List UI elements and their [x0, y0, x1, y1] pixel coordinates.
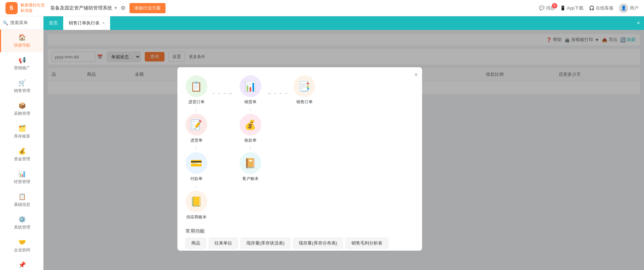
tab-close-icon[interactable]: ×: [102, 21, 105, 25]
purchase-icon: 📦: [18, 102, 26, 109]
modal-close-button[interactable]: ×: [414, 71, 418, 78]
tab-bar: 首页 销售订单执行表 × ×: [43, 16, 644, 30]
func-buttons-row1: 商品 往来单位 现存量(库存状况表) 现存量(库存分布表) 销售毛利分析表 商品…: [186, 238, 414, 251]
messages-button[interactable]: 💬 消息 6: [539, 5, 555, 11]
flow-node-supplier-ledger[interactable]: 📒 供应商账本: [186, 191, 207, 220]
collab-icon: 🤝: [18, 238, 26, 246]
sidebar-item-system[interactable]: ⚙️ 系统管理: [0, 212, 43, 234]
supplier-ledger-circle: 📒: [186, 191, 207, 212]
flow-node-customer-ledger[interactable]: 📔 客户账本: [240, 152, 261, 182]
arrow-down-4: ↓: [249, 106, 252, 112]
sidebar-item-operations[interactable]: 📊 经营管理: [0, 166, 43, 189]
customer-ledger-label: 客户账本: [242, 176, 259, 182]
supplier-ledger-icon: 📒: [190, 196, 202, 207]
trial-button[interactable]: 体验行业方案: [129, 3, 166, 13]
logo-area: 6 畅康通好生意 标准版: [5, 2, 45, 14]
receipt-label: 收款单: [244, 138, 257, 143]
dropdown-icon[interactable]: ▼: [114, 5, 118, 11]
purchase-order-icon: 📋: [190, 81, 202, 92]
sidebar-item-sales[interactable]: 🛒 销售管理: [0, 75, 43, 98]
receipt-circle: 💰: [240, 114, 261, 136]
sidebar-item-marketing[interactable]: 📢 营销推广: [0, 52, 43, 75]
top-right-area: 💬 消息 6 📱 App下载 🎧 在线客服 👤 用户: [539, 3, 639, 13]
func-btn-stock-dist[interactable]: 现存量(库存分布表): [293, 238, 343, 249]
sales-bill-circle: 📊: [240, 75, 261, 97]
sales-order-label: 销售订单: [296, 99, 313, 105]
sales-bill-label: 销货单: [244, 99, 257, 105]
tab-home[interactable]: 首页: [43, 16, 63, 30]
quick-nav-modal: × 📋 进货订单: [177, 67, 422, 251]
app-download-button[interactable]: 📱 App下载: [560, 5, 584, 11]
h-arrow-2: ←- - -: [267, 82, 288, 104]
settings-icon[interactable]: ⚙: [121, 5, 125, 11]
sidebar-item-quick-nav[interactable]: 🏠 快捷导航: [0, 30, 43, 52]
sales-order-circle: 📑: [294, 75, 315, 97]
receipt-icon: 💰: [244, 119, 256, 130]
func-btn-product[interactable]: 商品: [186, 238, 206, 249]
tab-sales-order[interactable]: 销售订单执行表 ×: [63, 16, 110, 30]
avatar: 👤: [619, 3, 628, 13]
flow-node-receipt[interactable]: 💰 收款单: [240, 114, 261, 143]
tabbar-close-button[interactable]: ×: [637, 20, 640, 26]
sidebar-search[interactable]: 🔍 搜索菜单: [0, 16, 43, 30]
logo-char: 6: [10, 4, 13, 12]
h-arrow-1: - - -→: [213, 82, 234, 104]
arrow-down-5: ↓: [249, 145, 252, 151]
sidebar-item-inventory[interactable]: 🗂️ 库存核算: [0, 121, 43, 143]
user-menu[interactable]: 👤 用户: [619, 3, 639, 13]
top-bar: 6 畅康通好生意 标准版 装备及固定资产辅助管理系统 ▼ ⚙ 体验行业方案 💬 …: [0, 0, 644, 16]
sidebar-item-collab[interactable]: 🤝 企业协同: [0, 234, 43, 257]
arrow-down-3: ↓: [195, 183, 198, 189]
system-title: 装备及固定资产辅助管理系统: [50, 5, 112, 11]
messages-badge: 6: [552, 3, 557, 8]
purchase-order-circle: 📋: [186, 75, 207, 97]
func-btn-partner[interactable]: 往来单位: [209, 238, 238, 249]
online-service-button[interactable]: 🎧 在线客服: [589, 5, 613, 11]
logo-text: 畅康通好生意 标准版: [20, 3, 45, 13]
sidebar-item-purchase[interactable]: 📦 采购管理: [0, 98, 43, 121]
marketing-icon: 📢: [18, 56, 26, 64]
customer-ledger-icon: 📔: [244, 158, 256, 169]
modal-overlay: × 📋 进货订单: [43, 30, 644, 270]
system-icon: ⚙️: [18, 216, 26, 223]
sales-icon: 🛒: [18, 79, 26, 87]
customer-ledger-circle: 📔: [240, 152, 261, 174]
common-func-title: 常用功能: [186, 228, 414, 234]
operations-icon: 📊: [18, 170, 26, 178]
download-icon: 📱: [560, 5, 565, 11]
flow-node-payment[interactable]: 💳 付款单: [186, 152, 207, 182]
right-arrow-area: ←- - -: [267, 75, 288, 104]
sidebar-item-newbie[interactable]: 📌 新手引导: [0, 257, 43, 270]
flow-node-purchase-bill[interactable]: 📝 进货单: [186, 114, 207, 143]
logo-icon: 6: [5, 2, 18, 14]
arrow-down-1: ↓: [195, 106, 198, 112]
flow-node-sales-order[interactable]: 📑 销售订单: [294, 75, 315, 105]
common-functions-section: 常用功能 商品 往来单位 现存量(库存状况表) 现存量(库存分布表) 销售毛利分…: [186, 228, 414, 251]
purchase-bill-circle: 📝: [186, 114, 207, 136]
home-icon: 🏠: [18, 34, 26, 41]
payment-label: 付款单: [190, 176, 203, 182]
purchase-bill-icon: 📝: [190, 119, 202, 130]
func-btn-stock-status[interactable]: 现存量(库存状况表): [241, 238, 291, 249]
search-icon: 🔍: [3, 20, 8, 25]
content-area: 首页 销售订单执行表 × × ❓ 帮助 🖨️: [43, 16, 644, 270]
flow-node-purchase-order[interactable]: 📋 进货订单: [186, 75, 207, 105]
flow-node-sales-bill[interactable]: 📊 销货单: [240, 75, 261, 105]
payment-circle: 💳: [186, 152, 207, 174]
payment-icon: 💳: [190, 158, 202, 169]
func-btn-sales-margin[interactable]: 销售毛利分析表: [346, 238, 388, 249]
inventory-icon: 🗂️: [18, 125, 26, 132]
sidebar-item-basic-info[interactable]: 📋 基础信息: [0, 189, 43, 212]
service-icon: 🎧: [589, 5, 594, 11]
arrow-down-2: ↓: [195, 145, 198, 151]
supplier-ledger-label: 供应商账本: [186, 214, 207, 220]
sidebar: 🔍 搜索菜单 🏠 快捷导航 📢 营销推广 🛒 销售管理 📦 采购管理 🗂️: [0, 16, 43, 270]
purchase-bill-label: 进货单: [190, 138, 203, 143]
sales-bill-icon: 📊: [244, 81, 256, 92]
sidebar-item-finance[interactable]: 💰 资金管理: [0, 143, 43, 166]
basic-info-icon: 📋: [18, 193, 26, 200]
purchase-order-label: 进货订单: [188, 99, 205, 105]
h-spacer: [213, 114, 234, 136]
sales-order-icon: 📑: [298, 81, 310, 92]
main-area: 🔍 搜索菜单 🏠 快捷导航 📢 营销推广 🛒 销售管理 📦 采购管理 🗂️: [0, 16, 644, 270]
